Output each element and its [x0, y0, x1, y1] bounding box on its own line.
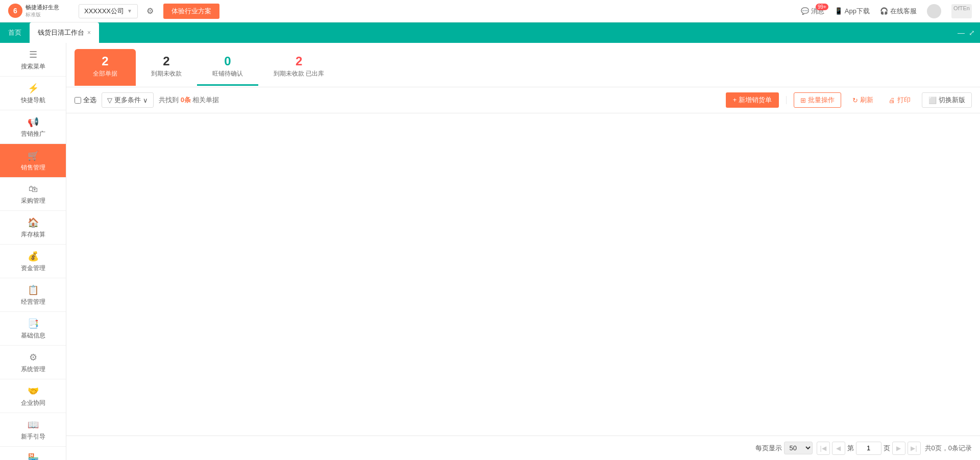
select-all-input[interactable] — [75, 97, 81, 104]
maximize-icon[interactable]: ⤢ — [969, 29, 975, 37]
toolbar-left: 全选 ▽ 更多条件 ∨ 共找到 0条 相关单据 — [75, 92, 720, 108]
system-icon: ⚙ — [29, 352, 37, 363]
stat-tab-shipped[interactable]: 2 到期未收款 已出库 — [258, 49, 339, 86]
sidebar-item-operations[interactable]: 📋 经营管理 — [0, 278, 66, 312]
settings-icon[interactable]: ⚙ — [142, 3, 158, 19]
sidebar-item-sales[interactable]: 🛒 销售管理 — [0, 144, 66, 178]
search-menu-icon: ☰ — [29, 49, 37, 60]
sidebar-item-inventory[interactable]: 🏠 库存核算 — [0, 211, 66, 245]
download-icon: 📱 — [835, 7, 843, 15]
enterprise-icon: 🤝 — [28, 385, 39, 397]
sidebar-item-guide[interactable]: 📖 新手引导 — [0, 413, 66, 447]
last-page-button[interactable]: ▶| — [908, 442, 921, 455]
page-size-selector: 每页显示 50 20 100 — [755, 442, 813, 454]
guide-icon: 📖 — [28, 419, 39, 430]
sidebar-item-shortcuts[interactable]: ⚡ 快捷导航 — [0, 77, 66, 110]
toolbar-right: + 新增销货单 ⊞ 批量操作 ↻ 刷新 🖨 打印 ⬜ 切换新版 — [726, 92, 972, 108]
shortcut-icon: ⚡ — [28, 83, 39, 94]
operations-icon: 📋 — [28, 284, 39, 296]
main-layout: ☰ 搜索菜单 ⚡ 快捷导航 📢 营销推广 🛒 销售管理 🛍 采购管理 🏠 库存核… — [0, 43, 980, 460]
sales-icon: 🛒 — [28, 150, 39, 161]
sidebar-item-enterprise[interactable]: 🤝 企业协同 — [0, 379, 66, 413]
sidebar-item-system[interactable]: ⚙ 系统管理 — [0, 346, 66, 379]
sidebar-item-purchase[interactable]: 🛍 采购管理 — [0, 178, 66, 211]
chevron-down-icon: ▼ — [127, 8, 132, 14]
stat-num-overdue: 2 — [163, 54, 169, 68]
message-badge: 99+ — [816, 4, 828, 10]
toolbar: 全选 ▽ 更多条件 ∨ 共找到 0条 相关单据 + 新增销货单 ⊞ 批 — [66, 87, 980, 113]
finance-icon: 💰 — [28, 251, 39, 262]
user-name-area[interactable]: OfTEn — [951, 4, 972, 18]
stat-label-all: 全部单据 — [93, 69, 117, 78]
switch-version-button[interactable]: ⬜ 切换新版 — [922, 92, 972, 108]
nav-tab-actions: — ⤢ — [958, 29, 980, 37]
stat-tab-all[interactable]: 2 全部单据 — [75, 49, 136, 86]
tab-close-icon[interactable]: × — [87, 29, 91, 36]
batch-icon: ⊞ — [800, 96, 806, 104]
basic-info-icon: 📑 — [28, 318, 39, 329]
prev-page-button[interactable]: ◀ — [832, 442, 845, 455]
app-download-button[interactable]: 📱 App下载 — [835, 7, 870, 16]
page-number-input[interactable] — [856, 442, 881, 455]
print-button[interactable]: 🖨 打印 — [885, 93, 915, 107]
sidebar-item-search[interactable]: ☰ 搜索菜单 — [0, 43, 66, 77]
refresh-icon: ↻ — [852, 96, 858, 104]
avatar[interactable] — [927, 4, 941, 18]
marketing-icon: 📢 — [28, 116, 39, 128]
logo-text: 畅捷通好生意 — [26, 4, 59, 11]
stats-tabs: 2 全部单据 2 到期未收款 0 旺铺待确认 2 到期未收款 已出库 — [66, 43, 980, 87]
filter-button[interactable]: ▽ 更多条件 ∨ — [102, 92, 154, 108]
sidebar-item-app-center[interactable]: 🏪 应用中心 — [0, 447, 66, 460]
message-button[interactable]: 💬 消息 99+ — [801, 7, 824, 16]
pagination: 每页显示 50 20 100 |◀ ◀ 第 页 ▶ ▶| 共0页，0条记录 — [66, 435, 980, 460]
nav-tabs: 首页 钱货日清工作台 × — ⤢ — [0, 22, 980, 43]
sidebar: ☰ 搜索菜单 ⚡ 快捷导航 📢 营销推广 🛒 销售管理 🛍 采购管理 🏠 库存核… — [0, 43, 66, 460]
new-sales-order-button[interactable]: + 新增销货单 — [726, 92, 779, 108]
stat-num-wangpu: 0 — [224, 54, 231, 68]
page-size-select[interactable]: 50 20 100 — [784, 442, 813, 454]
tab-qhrc[interactable]: 钱货日清工作台 × — [30, 22, 99, 43]
minimize-icon[interactable]: — — [958, 29, 965, 37]
page-total: 共0页，0条记录 — [925, 444, 972, 453]
content-area: 2 全部单据 2 到期未收款 0 旺铺待确认 2 到期未收款 已出库 — [66, 43, 980, 460]
filter-chevron-icon: ∨ — [143, 96, 148, 104]
next-page-button[interactable]: ▶ — [892, 442, 905, 455]
app-center-icon: 🏪 — [28, 453, 39, 460]
first-page-button[interactable]: |◀ — [817, 442, 830, 455]
sidebar-item-marketing[interactable]: 📢 营销推广 — [0, 110, 66, 144]
print-icon: 🖨 — [889, 96, 895, 104]
stat-label-overdue: 到期未收款 — [151, 69, 182, 78]
stat-num-shipped: 2 — [296, 54, 302, 68]
page-navigation: |◀ ◀ 第 页 ▶ ▶| — [817, 442, 921, 455]
logo-icon: 6 — [8, 4, 22, 18]
batch-operation-button[interactable]: ⊞ 批量操作 — [794, 92, 841, 108]
purchase-icon: 🛍 — [29, 184, 38, 195]
company-name: XXXXXX公司 — [84, 7, 124, 16]
divider-1 — [786, 96, 787, 104]
sidebar-item-finance[interactable]: 💰 资金管理 — [0, 245, 66, 278]
stat-num-all: 2 — [102, 54, 108, 68]
stats-tabs-row: 2 全部单据 2 到期未收款 0 旺铺待确认 2 到期未收款 已出库 — [75, 49, 972, 87]
inventory-icon: 🏠 — [28, 217, 39, 228]
refresh-button[interactable]: ↻ 刷新 — [848, 93, 877, 107]
stat-tab-wangpu[interactable]: 0 旺铺待确认 — [197, 49, 258, 86]
filter-icon: ▽ — [107, 96, 112, 104]
stat-label-shipped: 到期未收款 已出库 — [274, 69, 324, 78]
online-service-button[interactable]: 🎧 在线客服 — [880, 7, 917, 16]
table-area — [66, 113, 980, 435]
logo-sub: 标准版 — [26, 11, 59, 18]
top-bar: 6 畅捷通好生意 标准版 XXXXXX公司 ▼ ⚙ 体验行业方案 💬 消息 99… — [0, 0, 980, 22]
sidebar-item-basic-info[interactable]: 📑 基础信息 — [0, 312, 66, 346]
found-count: 0条 — [181, 96, 191, 104]
switch-icon: ⬜ — [928, 96, 937, 104]
select-all-checkbox[interactable]: 全选 — [75, 95, 96, 105]
tab-home[interactable]: 首页 — [0, 22, 30, 43]
top-bar-right: 💬 消息 99+ 📱 App下载 🎧 在线客服 OfTEn — [801, 4, 972, 18]
stat-label-wangpu: 旺铺待确认 — [212, 69, 243, 78]
found-text: 共找到 0条 相关单据 — [159, 95, 219, 105]
company-selector[interactable]: XXXXXX公司 ▼ — [79, 4, 138, 18]
service-icon: 🎧 — [880, 7, 888, 15]
stat-tab-overdue[interactable]: 2 到期未收款 — [136, 49, 197, 86]
experience-button[interactable]: 体验行业方案 — [163, 4, 219, 19]
logo: 6 畅捷通好生意 标准版 — [8, 4, 75, 18]
